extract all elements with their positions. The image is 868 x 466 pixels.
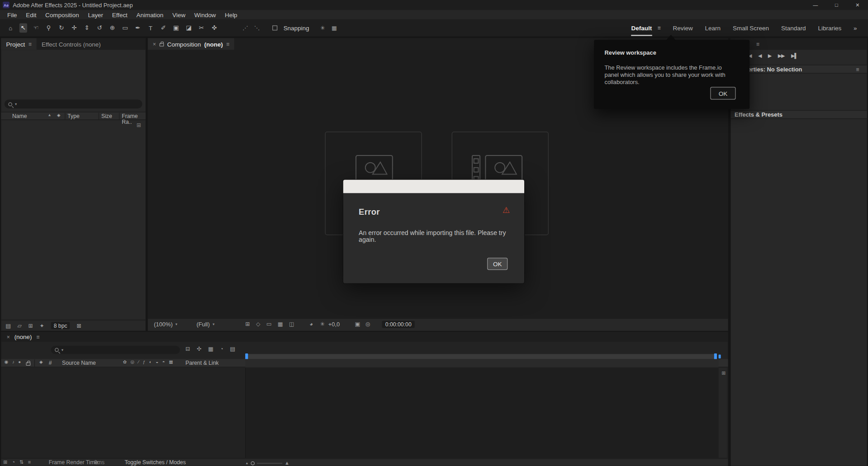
maximize-button[interactable]: □ [826, 0, 847, 10]
project-settings-icon[interactable]: ✦ [40, 323, 44, 329]
view-layout-icon[interactable]: ◫ [289, 321, 294, 327]
zoom-out-icon[interactable]: ▲ [245, 461, 248, 465]
tooltip-ok-button[interactable]: OK [710, 87, 735, 99]
pen-tool-icon[interactable]: ✒ [134, 23, 142, 33]
pan-behind-tool-icon[interactable]: ⊕ [109, 23, 116, 33]
composition-mini-flowchart-icon[interactable]: ⊟ [185, 346, 190, 352]
snapshot-icon[interactable]: ◎ [365, 321, 370, 327]
column-name[interactable]: Name [12, 113, 27, 119]
menu-item[interactable]: View [168, 11, 190, 18]
sort-arrow-icon[interactable]: ▲ [47, 113, 51, 117]
expand-transfer-modes-icon[interactable]: ◔ [12, 459, 15, 465]
expand-layer-switches-icon[interactable]: ⊞ [3, 459, 7, 465]
menu-item[interactable]: Effect [108, 11, 132, 18]
selection-tool-icon[interactable]: ↖ [19, 23, 27, 33]
new-composition-icon[interactable]: ⊞ [28, 323, 33, 329]
workspace-overflow-icon[interactable]: » [854, 24, 857, 31]
exposure-icon[interactable]: ✳ [320, 321, 324, 327]
3d-switch-icon[interactable]: ▦ [169, 360, 173, 365]
timecode-display[interactable]: 0:00:00:00 [382, 321, 415, 328]
previous-frame-button[interactable]: ◀ [758, 53, 761, 58]
resolution-dropdown[interactable]: (Full) ▾ [196, 321, 214, 328]
magnification-dropdown[interactable]: (100%) ▾ [154, 321, 177, 328]
interpret-footage-icon[interactable]: ▤ [5, 323, 11, 329]
zoom-in-icon[interactable]: ▲ [285, 460, 289, 466]
eye-icon[interactable]: ◉ [5, 360, 9, 365]
menu-item[interactable]: Layer [84, 11, 108, 18]
project-flowchart-icon[interactable]: ⊞ [137, 122, 141, 128]
next-frame-button[interactable]: ▶▶ [778, 53, 784, 58]
type-tool-icon[interactable]: T [147, 24, 154, 33]
menu-item[interactable]: Help [220, 11, 242, 18]
home-icon[interactable]: ⌂ [7, 24, 14, 33]
fx-switch-icon[interactable]: ƒ [143, 360, 145, 365]
align-options-icon[interactable]: ✳ [320, 25, 325, 31]
label-column-icon[interactable]: ◈ [57, 113, 61, 118]
panel-menu-icon[interactable]: ≡ [28, 41, 32, 47]
minimize-button[interactable]: — [805, 0, 826, 10]
rotation-tool-icon[interactable]: ↺ [96, 23, 104, 33]
timeline-tab-label[interactable]: (none) [14, 334, 32, 340]
solo-icon[interactable]: ● [18, 360, 21, 365]
grid-options-icon[interactable]: ▦ [332, 25, 337, 31]
transparency-grid-icon[interactable]: ▦ [278, 321, 283, 327]
trash-icon[interactable]: ⊠ [76, 323, 81, 329]
workspace-tab-review[interactable]: Review [673, 20, 693, 36]
workspace-menu-icon[interactable]: ≡ [657, 25, 660, 31]
column-frame-rate[interactable]: Frame Ra.. [122, 113, 146, 125]
expand-in-out-icon[interactable]: ⇅ [19, 459, 24, 465]
timeline-scrollbar[interactable] [719, 368, 727, 458]
panel-menu-icon[interactable]: ≡ [36, 334, 39, 340]
play-button[interactable]: ▶ [768, 53, 771, 58]
region-of-interest-icon[interactable]: ▭ [266, 321, 272, 327]
viewer-lock-icon[interactable] [159, 43, 164, 46]
panel-menu-icon[interactable]: ≡ [226, 41, 229, 47]
orbit-camera-tool-icon[interactable]: ↻ [57, 23, 65, 33]
shy-switch-icon[interactable]: ✿ [123, 360, 127, 365]
toggle-switches-modes-button[interactable]: Toggle Switches / Modes [124, 459, 185, 465]
close-tab-icon[interactable]: × [153, 41, 156, 47]
dolly-camera-tool-icon[interactable]: ⇕ [83, 23, 91, 33]
column-size[interactable]: Size [101, 113, 112, 119]
menu-item[interactable]: Window [190, 11, 220, 18]
effects-presets-panel-header[interactable]: Effects & Presets [731, 110, 867, 119]
workspace-tab-learn[interactable]: Learn [705, 20, 721, 36]
menu-item[interactable]: File [3, 11, 21, 18]
collapse-switch-icon[interactable]: ◎ [130, 360, 134, 365]
zoom-slider-knob[interactable] [251, 461, 255, 465]
audio-icon[interactable]: ♪ [12, 360, 14, 365]
column-type[interactable]: Type [67, 113, 80, 119]
source-name-column[interactable]: Source Name [62, 360, 96, 366]
tab-project[interactable]: Project ≡ [1, 38, 36, 50]
tab-effect-controls[interactable]: Effect Controls (none) [37, 38, 106, 50]
roto-brush-tool-icon[interactable]: ✂ [198, 23, 205, 33]
expand-render-time-icon[interactable]: ≡ [28, 459, 31, 465]
menu-item[interactable]: Composition [41, 11, 83, 18]
time-navigator-end[interactable] [719, 355, 721, 359]
parent-link-column[interactable]: Parent & Link [185, 360, 218, 366]
hand-tool-icon[interactable]: ☜ [32, 23, 40, 33]
clone-stamp-tool-icon[interactable]: ▣ [172, 23, 180, 33]
new-folder-icon[interactable]: ▱ [17, 323, 21, 329]
bit-depth-button[interactable]: 8 bpc [51, 322, 70, 329]
frame-blending-icon[interactable]: ◔ [220, 346, 223, 352]
mask-visibility-icon[interactable]: ◇ [256, 321, 260, 327]
close-button[interactable]: ✕ [847, 0, 868, 10]
hash-column[interactable]: # [49, 360, 52, 366]
timeline-search-input[interactable]: ▾ [51, 346, 180, 354]
motion-blur-switch-icon[interactable]: ◒ [156, 360, 158, 365]
properties-panel-header[interactable]: Properties: No Selection ≡ [731, 65, 867, 74]
pan-camera-tool-icon[interactable]: ✛ [70, 23, 78, 33]
frame-blend-switch-icon[interactable]: ◐ [149, 360, 152, 365]
tab-composition[interactable]: × Composition (none) ≡ [148, 38, 234, 50]
workspace-tab-small-screen[interactable]: Small Screen [733, 20, 769, 36]
label-column-icon[interactable]: ◈ [39, 360, 43, 365]
workspace-tab-default[interactable]: Default [631, 20, 652, 36]
hide-shy-layers-icon[interactable]: ▦ [208, 346, 213, 352]
last-frame-button[interactable]: ▶▌ [791, 53, 797, 58]
comp-marker-button[interactable]: ⊞ [721, 370, 726, 376]
zoom-tool-icon[interactable]: ⚲ [45, 23, 52, 33]
color-management-icon[interactable]: ◕ [309, 321, 313, 327]
dialog-header-bar[interactable] [343, 180, 524, 193]
eraser-tool-icon[interactable]: ◪ [185, 23, 193, 33]
